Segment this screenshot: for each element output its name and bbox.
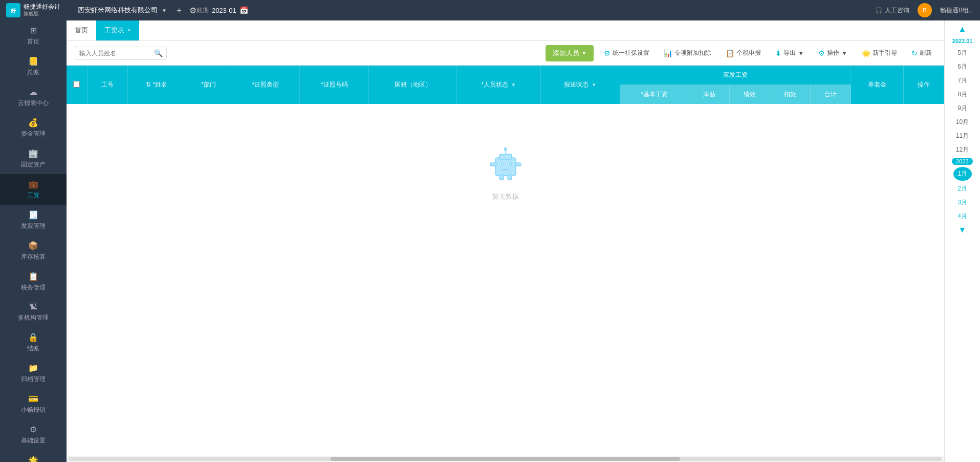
- sidebar-item-ledger[interactable]: 📒 总账: [0, 51, 67, 82]
- sidebar-item-archive[interactable]: 📁 归档管理: [0, 358, 67, 389]
- month-2023-2[interactable]: 2月: [945, 182, 980, 196]
- tab-salary-close[interactable]: ×: [127, 27, 131, 34]
- operations-label: 操作: [827, 49, 839, 57]
- sidebar-item-guide[interactable]: 🌟 新手引导: [0, 450, 67, 462]
- sidebar-item-multi[interactable]: 🏗 多机构管理: [0, 297, 67, 327]
- sidebar-item-fund[interactable]: 💰 资金管理: [0, 113, 67, 143]
- add-person-btn[interactable]: 添加人员 ▼: [546, 45, 594, 61]
- avatar-text: B: [923, 7, 926, 13]
- company-dropdown-icon[interactable]: ▼: [162, 8, 167, 13]
- sidebar-close-label: 结账: [27, 344, 39, 353]
- company-name: 西安虾米网络科技有限公司: [78, 6, 158, 15]
- sidebar-item-close[interactable]: 🔒 结账: [0, 327, 67, 358]
- user-name: 畅捷通B组...: [940, 6, 974, 15]
- social-settings-btn[interactable]: ⚙ 统一社保设置: [600, 47, 654, 59]
- sidebar-expense-label: 小畅报销: [21, 406, 46, 414]
- svg-text:好: 好: [10, 8, 16, 13]
- add-company-btn[interactable]: ＋: [175, 5, 183, 16]
- bottom-scrollbar[interactable]: [67, 456, 944, 462]
- th-name: ⇅ *姓名: [127, 66, 186, 104]
- month-12[interactable]: 12月: [945, 143, 980, 157]
- period-label: 账期: [197, 6, 209, 15]
- top-header: 好 畅捷通好会计 旗舰版 西安虾米网络科技有限公司 ▼ ＋ ⚙ 账期 2023-…: [0, 0, 980, 20]
- social-label: 统一社保设置: [613, 49, 649, 57]
- user-avatar: B: [918, 3, 932, 17]
- sidebar-settings-label: 基础设置: [21, 436, 46, 445]
- tab-salary-label: 工资表: [104, 26, 124, 35]
- sidebar-item-invoice[interactable]: 🧾 发票管理: [0, 205, 67, 236]
- svg-rect-12: [499, 175, 504, 180]
- period-calendar-icon[interactable]: 📅: [239, 6, 248, 14]
- month-9[interactable]: 9月: [945, 101, 980, 115]
- header-actions: ＋ ⚙: [175, 5, 197, 16]
- month-2023-3[interactable]: 3月: [945, 196, 980, 209]
- ledger-icon: 📒: [28, 56, 38, 66]
- th-report-status: 报送状态 ▼: [540, 66, 620, 104]
- th-pension: 养老金: [851, 66, 903, 104]
- svg-rect-2: [495, 158, 516, 176]
- th-total: 合计: [811, 85, 851, 104]
- sidebar-multi-label: 多机构管理: [18, 313, 49, 322]
- month-6[interactable]: 6月: [945, 60, 980, 74]
- status-filter-icon[interactable]: ▼: [511, 82, 516, 88]
- stock-icon: 📦: [28, 241, 38, 250]
- company-selector[interactable]: 西安虾米网络科技有限公司 ▼: [78, 6, 167, 15]
- tab-home[interactable]: 首页: [67, 20, 96, 40]
- sidebar: ⊞ 首页 📒 总账 ☁ 云报表中心 💰 资金管理 🏢 固定资产 💼 工资 🧾 发…: [0, 20, 67, 462]
- right-panel: ▲ 2023.01 5月 6月 7月 8月 9月 10月 11月 12月 202…: [944, 20, 980, 462]
- th-allowance: 津贴: [689, 85, 729, 104]
- sidebar-asset-label: 固定资产: [21, 160, 46, 169]
- th-cert-no: *证照号码: [300, 66, 369, 104]
- select-all-checkbox[interactable]: [73, 81, 80, 88]
- sidebar-item-salary[interactable]: 💼 工资: [0, 174, 67, 205]
- sidebar-item-expense[interactable]: 💳 小畅报销: [0, 389, 67, 419]
- th-basic-salary: *基本工资: [620, 85, 689, 104]
- logo-title: 畅捷通好会计: [24, 3, 60, 10]
- month-2023-4[interactable]: 4月: [945, 209, 980, 223]
- operations-icon: ⚙: [818, 49, 825, 57]
- content-area: 首页 工资表 × 🔍 添加人员 ▼ ⚙ 统一社保设置: [67, 20, 944, 462]
- sidebar-item-stock[interactable]: 📦 库存核算: [0, 236, 67, 266]
- service-label: 人工咨询: [885, 6, 909, 15]
- special-label: 专项附加扣除: [674, 49, 711, 57]
- period-value: 2023-01: [212, 7, 236, 14]
- month-8[interactable]: 8月: [945, 88, 980, 101]
- panel-up-nav[interactable]: ▲: [956, 23, 969, 36]
- tax-report-label: 个税申报: [736, 49, 761, 57]
- special-deduct-btn[interactable]: 📊 专项附加扣除: [660, 47, 715, 59]
- sidebar-item-settings[interactable]: ⚙ 基础设置: [0, 419, 67, 450]
- settings-btn[interactable]: ⚙: [189, 6, 197, 15]
- guide-btn[interactable]: 🌟 新手引导: [858, 47, 901, 59]
- logo-text-area: 畅捷通好会计 旗舰版: [24, 3, 60, 17]
- search-input[interactable]: [79, 50, 151, 57]
- logo-area: 好 畅捷通好会计 旗舰版: [6, 3, 73, 17]
- month-10[interactable]: 10月: [945, 115, 980, 129]
- sidebar-item-tax[interactable]: 📋 税务管理: [0, 266, 67, 297]
- fund-icon: 💰: [28, 118, 38, 128]
- report-icon: ☁: [29, 87, 37, 97]
- report-filter-icon[interactable]: ▼: [592, 82, 597, 88]
- table-container: 工号 ⇅ *姓名 *部门 *证照类型 *证照号码 国籍（地区） *人员状态 ▼ …: [67, 66, 944, 456]
- service-btn[interactable]: 🎧 人工咨询: [875, 6, 909, 15]
- search-box[interactable]: 🔍: [75, 47, 167, 60]
- month-11[interactable]: 11月: [945, 129, 980, 143]
- refresh-btn[interactable]: ↻ 刷新: [907, 47, 936, 59]
- tab-salary[interactable]: 工资表 ×: [96, 20, 139, 40]
- special-icon: 📊: [664, 49, 672, 57]
- sidebar-item-report[interactable]: ☁ 云报表中心: [0, 82, 67, 113]
- asset-icon: 🏢: [28, 149, 38, 158]
- panel-down-nav[interactable]: ▼: [956, 223, 969, 237]
- svg-rect-13: [508, 175, 512, 180]
- month-7[interactable]: 7月: [945, 74, 980, 88]
- export-btn[interactable]: ⬇ 导出 ▼: [771, 47, 808, 59]
- sidebar-item-home[interactable]: ⊞ 首页: [0, 20, 67, 51]
- operations-btn[interactable]: ⚙ 操作 ▼: [814, 47, 852, 59]
- month-5[interactable]: 5月: [945, 46, 980, 60]
- expense-icon: 💳: [28, 394, 38, 404]
- export-icon: ⬇: [775, 49, 781, 57]
- sidebar-item-asset[interactable]: 🏢 固定资产: [0, 143, 67, 174]
- empty-text: 暂无数据: [492, 192, 519, 201]
- tax-report-btn[interactable]: 📋 个税申报: [722, 47, 765, 59]
- svg-point-7: [509, 163, 511, 165]
- month-2023-1[interactable]: 1月: [953, 167, 972, 181]
